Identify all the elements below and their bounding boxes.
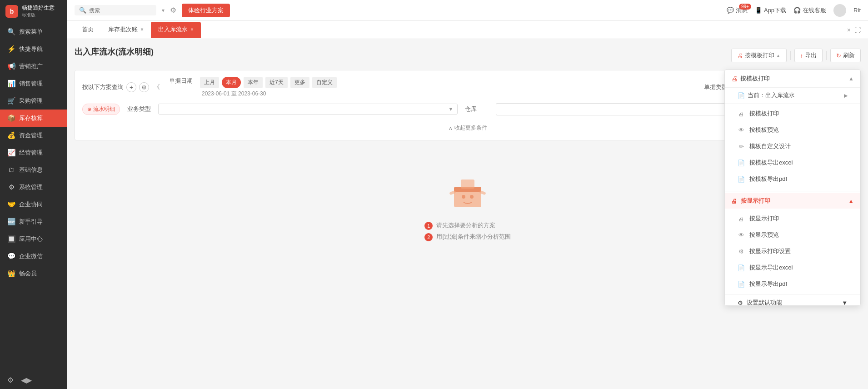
corp-icon: 🤝: [7, 200, 15, 209]
empty-steps-list: 1 请先选择要分析的方案 2 用[过滤]条件来缩小分析范围: [424, 221, 510, 244]
sidebar-item-corp-wechat[interactable]: 💬 企业微信: [0, 248, 67, 265]
filter-actions: 按以下方案查询 + ⚙ 《: [82, 82, 162, 92]
dropdown-item-display-settings[interactable]: ⚙ 按显示打印设置: [725, 243, 860, 259]
print-icon: 🖨: [737, 52, 743, 59]
tab-inventory-flow-close[interactable]: ×: [190, 26, 194, 33]
dropdown-current-icon: 📄: [738, 92, 745, 99]
dropdown-footer-defaults[interactable]: ⚙ 设置默认功能 ▼: [725, 294, 860, 306]
corp-wechat-icon: 💬: [7, 252, 15, 260]
refresh-button[interactable]: ↻ 刷新: [830, 49, 861, 62]
messages-button[interactable]: 💬 消息 99+: [727, 6, 748, 15]
date-btn-last-month[interactable]: 上月: [200, 77, 219, 88]
tab-inventory-flow[interactable]: 出入库流水 ×: [151, 22, 201, 38]
online-service-button[interactable]: 🎧 在线客服: [793, 6, 826, 15]
marketing-icon: 📢: [7, 62, 15, 70]
sidebar-item-operations[interactable]: 📈 经营管理: [0, 144, 67, 161]
template-design-icon: ✏: [738, 143, 745, 150]
sidebar-item-sales[interactable]: 📊 销售管理: [0, 75, 67, 92]
biz-type-label: 业务类型: [127, 105, 155, 113]
footer-settings-icon: ⚙: [738, 299, 743, 306]
sidebar-item-member[interactable]: 👑 畅会员: [0, 265, 67, 282]
collapse-conditions-button[interactable]: ∧ 收起更多条件: [443, 122, 493, 134]
dropdown-header[interactable]: 🖨 按模板打印 ▲: [725, 70, 860, 88]
sidebar-item-marketing[interactable]: 📢 营销推广: [0, 58, 67, 75]
print-template-button[interactable]: 🖨 按模板打印 ▲: [731, 49, 787, 62]
basic-info-icon: 🗂: [7, 166, 15, 174]
header-gear-icon[interactable]: ⚙: [170, 6, 176, 15]
sidebar-item-basic-info[interactable]: 🗂 基础信息: [0, 161, 67, 179]
inventory-icon: 📦: [7, 114, 15, 122]
guide-icon: 🆕: [7, 218, 15, 226]
dropdown-item-template-design[interactable]: ✏ 模板自定义设计: [725, 138, 860, 155]
quick-nav-icon: ⚡: [7, 45, 15, 53]
username-label[interactable]: Rit: [853, 7, 861, 14]
search-input[interactable]: [89, 7, 144, 14]
app-download-button[interactable]: 📱 App下载: [755, 6, 786, 15]
avatar[interactable]: [833, 4, 846, 17]
sidebar-item-finance[interactable]: 💰 资金管理: [0, 127, 67, 144]
header-search[interactable]: 🔍: [75, 5, 156, 15]
svg-point-4: [470, 195, 474, 199]
dropdown-current-template[interactable]: 📄 当前：出入库流水 ▶: [725, 88, 860, 104]
refresh-icon: ↻: [836, 52, 841, 59]
operations-icon: 📈: [7, 149, 15, 157]
sidebar-item-purchase[interactable]: 🛒 采购管理: [0, 92, 67, 110]
date-btn-7days[interactable]: 近7天: [265, 77, 288, 88]
date-btn-this-month[interactable]: 本月: [222, 77, 241, 88]
date-label: 单据日期: [169, 77, 196, 85]
app-center-icon: 🔲: [7, 235, 15, 243]
filter-settings-button[interactable]: ⚙: [139, 82, 149, 92]
header-search-chevron[interactable]: ▾: [162, 7, 165, 14]
tab-inventory-batch-close[interactable]: ×: [140, 26, 144, 33]
biz-type-filter: 业务类型 ▼: [127, 104, 458, 115]
flow-tag: ⊕ 流水明细: [82, 104, 120, 115]
date-btn-more[interactable]: 更多: [290, 77, 309, 88]
dropdown-item-template-print[interactable]: 🖨 按模板打印: [725, 105, 860, 122]
template-pdf-icon: 📄: [738, 176, 745, 183]
dropdown-item-template-preview[interactable]: 👁 按模板预览: [725, 122, 860, 138]
toolbar-divider-1: [790, 51, 791, 60]
dropdown-item-display-preview[interactable]: 👁 按显示预览: [725, 227, 860, 243]
filter-add-button[interactable]: +: [126, 82, 136, 92]
dropdown-item-display-excel[interactable]: 📄 按显示导出excel: [725, 259, 860, 276]
export-button[interactable]: ↑ 导出: [794, 49, 823, 62]
expand-window-icon[interactable]: ⛶: [854, 26, 861, 34]
template-excel-icon: 📄: [738, 160, 745, 166]
dropdown-header-chevron-icon: ▲: [848, 75, 854, 82]
dropdown-display-section-header[interactable]: 🖨 按显示打印 ▲: [725, 193, 860, 209]
tab-inventory-batch[interactable]: 库存批次账 ×: [101, 22, 151, 38]
sidebar-bottom: ⚙ ◀▶: [0, 371, 67, 389]
tab-home[interactable]: 首页: [75, 22, 101, 38]
trial-button[interactable]: 体验行业方案: [182, 4, 230, 17]
tabs-right-controls: × ⛶: [847, 26, 861, 34]
dropdown-item-display-pdf[interactable]: 📄 按显示导出pdf: [725, 276, 860, 292]
date-btn-custom[interactable]: 自定义: [312, 77, 337, 88]
main-area: 🔍 ▾ ⚙ 体验行业方案 💬 消息 99+ 📱 App下载 🎧 在线客服 Rit: [67, 0, 868, 389]
sidebar-item-corp[interactable]: 🤝 企业协同: [0, 196, 67, 213]
date-btn-this-year[interactable]: 本年: [244, 77, 263, 88]
biz-type-select[interactable]: ▼: [158, 104, 458, 115]
sidebar-item-app-center[interactable]: 🔲 应用中心: [0, 230, 67, 248]
print-template-chevron-up-icon: ▲: [776, 53, 781, 58]
dropdown-item-display-print[interactable]: 🖨 按显示打印: [725, 210, 860, 227]
content-area: 出入库流水(流水明细) 🖨 按模板打印 ▲ ↑ 导出 ↻ 刷新: [67, 39, 868, 389]
settings-icon[interactable]: ⚙: [7, 376, 14, 384]
collapse-sidebar-icon[interactable]: ◀▶: [21, 376, 32, 384]
sidebar-item-inventory[interactable]: 📦 库存核算: [0, 110, 67, 127]
close-window-icon[interactable]: ×: [847, 26, 851, 34]
sidebar: b 畅捷通好生意 标准版 🔍 搜索菜单 ⚡ 快捷导航 📢 营销推广 📊 销售管理…: [0, 0, 67, 389]
sidebar-item-guide[interactable]: 🆕 新手引导: [0, 213, 67, 230]
dropdown-item-template-pdf[interactable]: 📄 按模板导出pdf: [725, 171, 860, 187]
sidebar-item-quick-nav[interactable]: ⚡ 快捷导航: [0, 40, 67, 58]
finance-icon: 💰: [7, 131, 15, 140]
sidebar-nav: 🔍 搜索菜单 ⚡ 快捷导航 📢 营销推广 📊 销售管理 🛒 采购管理 📦 库存核…: [0, 23, 67, 371]
step-2-number: 2: [424, 233, 433, 241]
sidebar-item-search-menu[interactable]: 🔍 搜索菜单: [0, 23, 67, 40]
top-toolbar: 🖨 按模板打印 ▲ ↑ 导出 ↻ 刷新: [731, 49, 861, 62]
logo-text: 畅捷通好生意 标准版: [22, 5, 55, 18]
sidebar-item-system[interactable]: ⚙ 系统管理: [0, 179, 67, 196]
dropdown-display-section: 🖨 按显示打印 👁 按显示预览 ⚙ 按显示打印设置 📄: [725, 209, 860, 294]
filter-collapse-button[interactable]: 《: [152, 82, 162, 92]
dropdown-item-template-excel[interactable]: 📄 按模板导出excel: [725, 155, 860, 171]
display-print-icon: 🖨: [738, 215, 745, 222]
